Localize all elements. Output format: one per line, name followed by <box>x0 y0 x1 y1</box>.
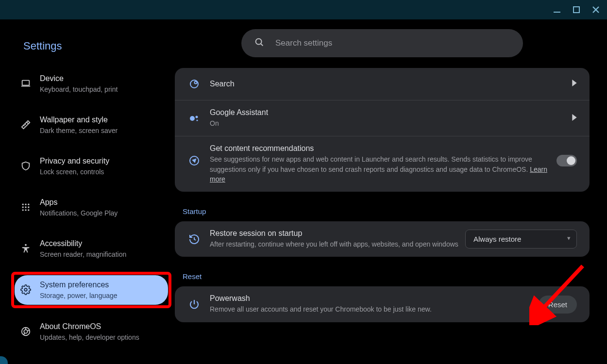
assistant-icon <box>187 112 201 125</box>
nav-title: Accessibility <box>40 239 126 249</box>
svg-point-15 <box>25 244 27 246</box>
compass-icon <box>187 154 201 167</box>
row-sub: See suggestions for new apps and web con… <box>210 154 556 184</box>
nav-sub: Notifications, Google Play <box>40 209 118 217</box>
nav-sub: Keyboard, touchpad, print <box>40 85 118 94</box>
reset-button[interactable]: Reset <box>539 296 577 314</box>
svg-rect-5 <box>21 86 30 87</box>
accessibility-icon <box>20 243 31 254</box>
history-icon <box>187 232 201 246</box>
maximize-button[interactable] <box>571 4 582 15</box>
row-search[interactable]: Search <box>175 68 590 100</box>
row-title: Search <box>210 80 572 88</box>
svg-point-6 <box>22 204 24 205</box>
search-icon <box>254 37 265 50</box>
page-title: Settings <box>23 40 168 52</box>
sidebar-item-privacy[interactable]: Privacy and securityLock screen, control… <box>15 151 168 181</box>
settings-card-reset: Powerwash Remove all user accounts and r… <box>175 286 590 322</box>
svg-point-12 <box>22 210 24 211</box>
ruler-icon <box>20 119 31 130</box>
nav-title: Apps <box>40 198 118 208</box>
row-title: Get content recommendations <box>210 144 556 153</box>
section-header-startup: Startup <box>183 207 590 215</box>
chrome-icon <box>20 326 31 337</box>
svg-point-19 <box>256 39 262 45</box>
row-sub: After restarting, continue where you lef… <box>210 239 465 249</box>
section-header-reset: Reset <box>183 272 590 281</box>
nav-title: About ChromeOS <box>40 322 139 332</box>
svg-point-22 <box>195 82 197 84</box>
recommendations-toggle[interactable] <box>556 155 577 166</box>
nav-sub: Lock screen, controls <box>40 167 109 176</box>
svg-point-8 <box>28 204 29 205</box>
settings-card-search-assistant: Search Google Assistant On Get content r… <box>175 68 590 192</box>
row-restore-session: Restore session on startup After restart… <box>175 221 590 257</box>
sidebar-item-wallpaper[interactable]: Wallpaper and styleDark theme, screen sa… <box>15 110 168 140</box>
nav-sub: Screen reader, magnification <box>40 250 126 259</box>
sidebar-item-device[interactable]: DeviceKeyboard, touchpad, print <box>15 69 168 99</box>
svg-line-20 <box>261 44 263 46</box>
search-engine-icon <box>187 77 201 91</box>
svg-point-23 <box>190 116 195 121</box>
row-sub: On <box>210 118 572 128</box>
power-icon <box>187 298 201 311</box>
svg-point-14 <box>28 210 29 211</box>
svg-point-11 <box>28 207 29 208</box>
svg-point-10 <box>25 207 26 208</box>
nav-sub: Storage, power, language <box>40 291 118 300</box>
svg-point-24 <box>196 116 198 118</box>
row-title: Powerwash <box>210 294 539 303</box>
row-assistant[interactable]: Google Assistant On <box>175 100 590 136</box>
row-sub: Remove all user accounts and reset your … <box>210 304 539 314</box>
nav-title: Privacy and security <box>40 156 109 166</box>
svg-point-21 <box>190 80 198 88</box>
row-title: Google Assistant <box>210 108 572 117</box>
settings-card-startup: Restore session on startup After restart… <box>175 221 590 257</box>
svg-point-16 <box>24 289 27 292</box>
svg-rect-4 <box>22 81 30 85</box>
svg-point-13 <box>25 210 26 211</box>
gear-icon <box>20 284 31 295</box>
row-title: Restore session on startup <box>210 229 465 238</box>
svg-point-25 <box>196 119 198 121</box>
close-button[interactable] <box>590 4 601 15</box>
row-powerwash: Powerwash Remove all user accounts and r… <box>175 286 590 322</box>
chevron-right-icon <box>572 114 577 123</box>
nav-sub: Updates, help, developer options <box>40 333 139 342</box>
titlebar <box>0 0 607 19</box>
nav-title: System preferences <box>40 280 118 290</box>
sidebar-item-apps[interactable]: AppsNotifications, Google Play <box>15 193 168 222</box>
nav-title: Device <box>40 74 118 84</box>
svg-rect-1 <box>573 7 579 13</box>
search-input[interactable] <box>275 38 510 48</box>
sidebar-item-accessibility[interactable]: AccessibilityScreen reader, magnificatio… <box>15 234 168 264</box>
row-content-recommendations: Get content recommendations See suggesti… <box>175 136 590 192</box>
minimize-button[interactable] <box>552 4 562 15</box>
laptop-icon <box>20 78 31 89</box>
nav-title: Wallpaper and style <box>40 115 118 125</box>
chevron-right-icon <box>572 80 577 88</box>
highlight-annotation: System preferencesStorage, power, langua… <box>11 272 171 308</box>
search-bar[interactable] <box>241 29 523 57</box>
sidebar: Settings DeviceKeyboard, touchpad, print… <box>0 19 175 364</box>
shield-icon <box>20 161 31 171</box>
svg-rect-0 <box>554 12 560 13</box>
sidebar-item-about[interactable]: About ChromeOSUpdates, help, developer o… <box>15 317 168 347</box>
apps-grid-icon <box>20 202 31 213</box>
sidebar-item-system-preferences[interactable]: System preferencesStorage, power, langua… <box>15 275 168 305</box>
restore-dropdown[interactable]: Always restore <box>465 230 577 248</box>
svg-point-7 <box>25 204 26 205</box>
svg-point-9 <box>22 207 24 208</box>
nav-sub: Dark theme, screen saver <box>40 126 118 135</box>
